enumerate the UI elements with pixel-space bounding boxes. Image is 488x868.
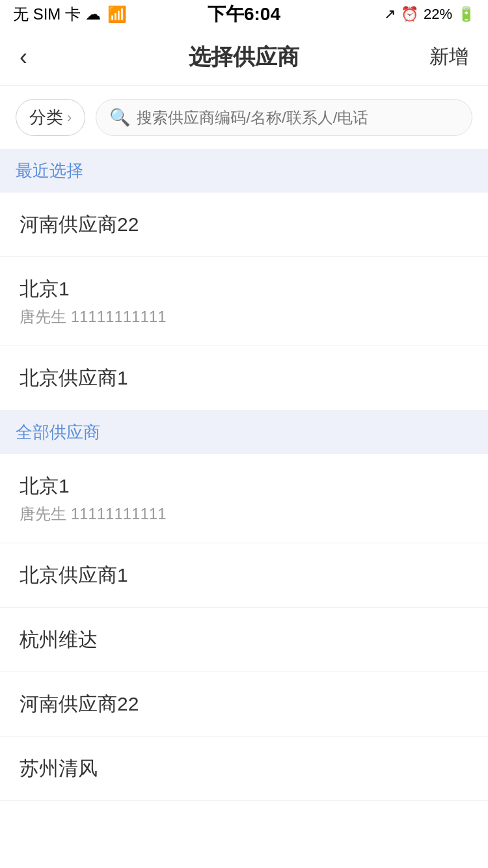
filter-row: 分类 › 🔍 — [0, 86, 488, 149]
list-item[interactable]: 河南供应商22 — [0, 193, 488, 257]
item-name: 北京供应商1 — [20, 364, 468, 392]
item-sub: 唐先生 11111111111 — [20, 306, 468, 327]
nav-bar: ‹ 选择供应商 新增 — [0, 29, 488, 86]
item-name: 北京1 — [20, 275, 468, 303]
list-item[interactable]: 杭州维达 — [0, 608, 488, 672]
chevron-right-icon: › — [67, 109, 72, 126]
item-name: 杭州维达 — [20, 626, 468, 653]
category-button[interactable]: 分类 › — [16, 99, 85, 136]
alarm-icon: ⏰ — [401, 6, 418, 23]
search-icon: 🔍 — [109, 107, 130, 128]
status-left: 无 SIM 卡 ☁ 📶 — [13, 4, 127, 25]
location-icon: ↗ — [384, 6, 396, 23]
item-sub: 唐先生 11111111111 — [20, 504, 468, 524]
recent-section-label: 最近选择 — [16, 161, 83, 180]
recent-section-header: 最近选择 — [0, 149, 488, 193]
battery-text: 22% — [424, 6, 452, 23]
status-right: ↗ ⏰ 22% 🔋 — [384, 6, 475, 23]
list-item[interactable]: 北京1唐先生 11111111111 — [0, 257, 488, 346]
item-name: 北京1 — [20, 472, 468, 500]
list-item[interactable]: 北京1唐先生 11111111111 — [0, 454, 488, 543]
list-item[interactable]: 北京供应商1 — [0, 543, 488, 608]
list-item[interactable]: 苏州清风 — [0, 737, 488, 801]
recent-list: 河南供应商22北京1唐先生 11111111111北京供应商1 — [0, 193, 488, 411]
page-title: 选择供应商 — [189, 42, 299, 72]
back-button[interactable]: ‹ — [20, 44, 59, 71]
item-name: 河南供应商22 — [20, 690, 468, 718]
all-list: 北京1唐先生 11111111111北京供应商1杭州维达河南供应商22苏州清风 — [0, 454, 488, 801]
add-button[interactable]: 新增 — [429, 44, 468, 70]
list-item[interactable]: 河南供应商22 — [0, 672, 488, 737]
all-section-label: 全部供应商 — [16, 422, 100, 442]
all-section-header: 全部供应商 — [0, 411, 488, 454]
no-sim-text: 无 SIM 卡 ☁ — [13, 4, 101, 25]
item-name: 苏州清风 — [20, 755, 468, 782]
search-box[interactable]: 🔍 — [96, 99, 472, 136]
status-bar: 无 SIM 卡 ☁ 📶 下午6:04 ↗ ⏰ 22% 🔋 — [0, 0, 488, 29]
item-name: 河南供应商22 — [20, 211, 468, 238]
item-name: 北京供应商1 — [20, 562, 468, 589]
status-time: 下午6:04 — [208, 2, 280, 27]
list-item[interactable]: 北京供应商1 — [0, 346, 488, 411]
battery-icon: 🔋 — [457, 6, 475, 23]
wifi-icon: 📶 — [107, 5, 127, 23]
search-input[interactable] — [137, 109, 459, 127]
category-label: 分类 — [29, 106, 63, 129]
